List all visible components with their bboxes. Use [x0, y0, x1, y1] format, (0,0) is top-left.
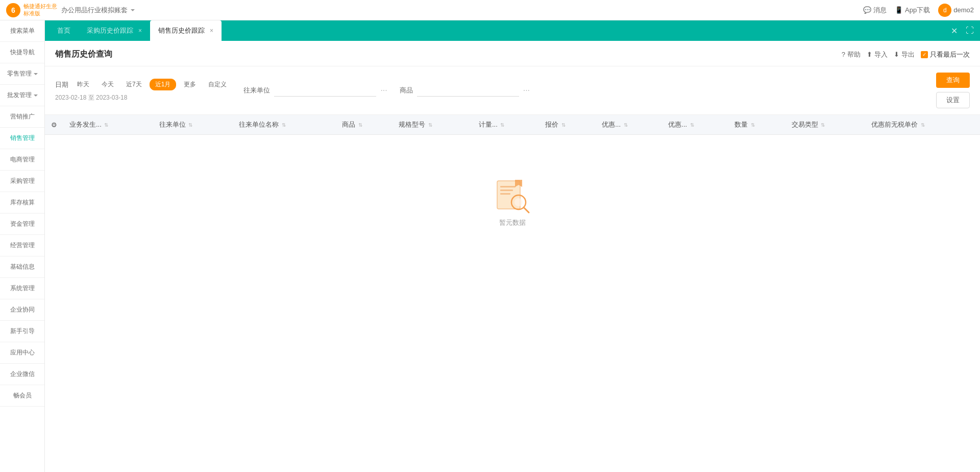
col-trade-type[interactable]: 交易类型 ⇅: [786, 115, 866, 135]
top-bar-left: 6 畅捷通好生意 标准版 办公用品行业模拟账套: [6, 3, 135, 17]
sidebar-item-finance[interactable]: 资金管理: [0, 214, 44, 235]
tab-close-all-button[interactable]: ✕: [949, 24, 960, 38]
product-filter-group: 商品 ···: [400, 84, 530, 97]
sort-discount1-icon: ⇅: [624, 122, 628, 128]
svg-rect-2: [500, 190, 513, 191]
sort-pretax-icon: ⇅: [921, 122, 925, 128]
date-btn-last1m[interactable]: 近1月: [150, 79, 177, 90]
col-quantity[interactable]: 数量 ⇅: [728, 115, 785, 135]
col-price[interactable]: 报价 ⇅: [539, 115, 596, 135]
svg-rect-3: [500, 193, 510, 195]
date-filter-group: 日期 昨天 今天 近7天 近1月 更多 自定义 2023-02-18 至 202…: [55, 79, 231, 102]
message-icon: 💬: [863, 6, 871, 14]
only-last-checkbox-group[interactable]: ✓ 只看最后一次: [921, 50, 970, 59]
col-product[interactable]: 商品 ⇅: [336, 115, 393, 135]
date-btn-today[interactable]: 今天: [97, 79, 118, 90]
tab-purchase-history[interactable]: 采购历史价跟踪 ×: [79, 20, 150, 41]
col-partner-name[interactable]: 往来单位名称 ⇅: [233, 115, 336, 135]
sidebar-item-basic[interactable]: 基础信息: [0, 256, 44, 278]
empty-text: 暂元数据: [499, 218, 526, 227]
sort-product-icon: ⇅: [358, 122, 362, 128]
page-header: 销售历史价查询 ? 帮助 ⬆ 导入 ⬇ 导出 ✓: [45, 41, 980, 66]
download-icon: 📱: [895, 6, 903, 14]
svg-line-5: [524, 207, 529, 213]
date-btn-custom[interactable]: 自定义: [204, 79, 231, 90]
sidebar-item-wechat[interactable]: 企业微信: [0, 364, 44, 385]
sort-unit-icon: ⇅: [500, 122, 504, 128]
tab-close-sales[interactable]: ×: [210, 27, 213, 34]
data-table: ⚙ 业务发生... ⇅ 往来单位 ⇅ 往来单位名称 ⇅: [45, 115, 980, 135]
col-partner-code[interactable]: 往来单位 ⇅: [153, 115, 233, 135]
help-icon: ?: [842, 51, 845, 58]
date-btn-more[interactable]: 更多: [179, 79, 201, 90]
sidebar-item-inventory[interactable]: 库存核算: [0, 192, 44, 214]
sidebar-item-purchase[interactable]: 采购管理: [0, 171, 44, 192]
partner-picker-icon[interactable]: ···: [380, 86, 387, 95]
col-discount1[interactable]: 优惠... ⇅: [596, 115, 662, 135]
sidebar-item-wholesale[interactable]: 批发管理: [0, 85, 44, 106]
sidebar-item-search[interactable]: 搜索菜单: [0, 20, 44, 42]
import-button[interactable]: ⬆ 导入: [867, 50, 888, 59]
tab-close-purchase[interactable]: ×: [138, 27, 142, 34]
sidebar-item-sales[interactable]: 销售管理: [0, 128, 44, 149]
date-btn-yesterday[interactable]: 昨天: [72, 79, 94, 90]
sidebar-item-system[interactable]: 系统管理: [0, 278, 44, 299]
col-spec[interactable]: 规格型号 ⇅: [393, 115, 473, 135]
wholesale-expand-icon: [34, 95, 38, 97]
sidebar-item-marketing[interactable]: 营销推广: [0, 106, 44, 128]
sidebar-item-ecommerce[interactable]: 电商管理: [0, 149, 44, 171]
page-content: 销售历史价查询 ? 帮助 ⬆ 导入 ⬇ 导出 ✓: [45, 41, 980, 472]
tab-maximize-button[interactable]: ⛶: [964, 24, 976, 37]
sidebar-item-member[interactable]: 畅会员: [0, 385, 44, 407]
empty-illustration: [487, 176, 538, 218]
sidebar-item-enterprise[interactable]: 企业协同: [0, 299, 44, 321]
sidebar-item-newbie[interactable]: 新手引导: [0, 321, 44, 342]
svg-rect-1: [500, 186, 516, 187]
sort-quantity-icon: ⇅: [751, 122, 755, 128]
top-bar: 6 畅捷通好生意 标准版 办公用品行业模拟账套 💬 消息 📱 App下载 d d…: [0, 0, 980, 20]
sort-date-icon: ⇅: [104, 122, 108, 128]
retail-expand-icon: [34, 73, 38, 75]
col-unit[interactable]: 计量... ⇅: [473, 115, 539, 135]
logo-text: 畅捷通好生意 标准版: [23, 3, 57, 16]
avatar: d: [938, 4, 951, 17]
col-pretax-price[interactable]: 优惠前无税单价 ⇅: [865, 115, 980, 135]
product-input[interactable]: [417, 84, 519, 97]
date-btn-last7[interactable]: 近7天: [121, 79, 146, 90]
settings-button[interactable]: 设置: [936, 92, 970, 108]
sort-spec-icon: ⇅: [428, 122, 432, 128]
title-dropdown-icon[interactable]: [131, 9, 135, 11]
message-button[interactable]: 💬 消息: [863, 6, 887, 15]
import-icon: ⬆: [867, 51, 872, 58]
main-layout: 搜索菜单 快捷导航 零售管理 批发管理 营销推广 销售管理 电商管理 采购管理 …: [0, 20, 980, 472]
tab-actions: ✕ ⛶: [949, 24, 976, 38]
help-button[interactable]: ? 帮助: [842, 50, 861, 59]
export-button[interactable]: ⬇ 导出: [894, 50, 915, 59]
empty-state: 暂元数据: [45, 135, 980, 268]
col-discount2[interactable]: 优惠... ⇅: [662, 115, 728, 135]
table-header-row: ⚙ 业务发生... ⇅ 往来单位 ⇅ 往来单位名称 ⇅: [45, 115, 980, 135]
table-container: ⚙ 业务发生... ⇅ 往来单位 ⇅ 往来单位名称 ⇅: [45, 115, 980, 268]
svg-point-6: [514, 198, 523, 206]
sort-partner-name-icon: ⇅: [282, 122, 286, 128]
app-download-button[interactable]: 📱 App下载: [895, 6, 930, 15]
sidebar-item-shortcut[interactable]: 快捷导航: [0, 42, 44, 63]
tab-home[interactable]: 首页: [49, 20, 79, 41]
filter-row: 日期 昨天 今天 近7天 近1月 更多 自定义 2023-02-18 至 202…: [45, 66, 980, 115]
partner-input[interactable]: [274, 84, 376, 97]
sidebar-item-operation[interactable]: 经营管理: [0, 235, 44, 256]
tab-sales-history[interactable]: 销售历史价跟踪 ×: [150, 20, 222, 41]
sort-trade-type-icon: ⇅: [821, 122, 825, 128]
app-title: 办公用品行业模拟账套: [61, 6, 135, 15]
sidebar-item-appstore[interactable]: 应用中心: [0, 342, 44, 364]
logo-icon: 6: [6, 3, 20, 17]
top-bar-right: 💬 消息 📱 App下载 d demo2: [863, 4, 974, 17]
col-date[interactable]: 业务发生... ⇅: [63, 115, 153, 135]
sidebar-item-retail[interactable]: 零售管理: [0, 63, 44, 85]
only-last-checkbox[interactable]: ✓: [921, 51, 928, 58]
date-options: 昨天 今天 近7天 近1月 更多 自定义: [72, 79, 231, 90]
col-settings[interactable]: ⚙: [45, 115, 63, 135]
user-menu[interactable]: d demo2: [938, 4, 974, 17]
product-picker-icon[interactable]: ···: [523, 86, 530, 95]
query-button[interactable]: 查询: [936, 73, 970, 88]
